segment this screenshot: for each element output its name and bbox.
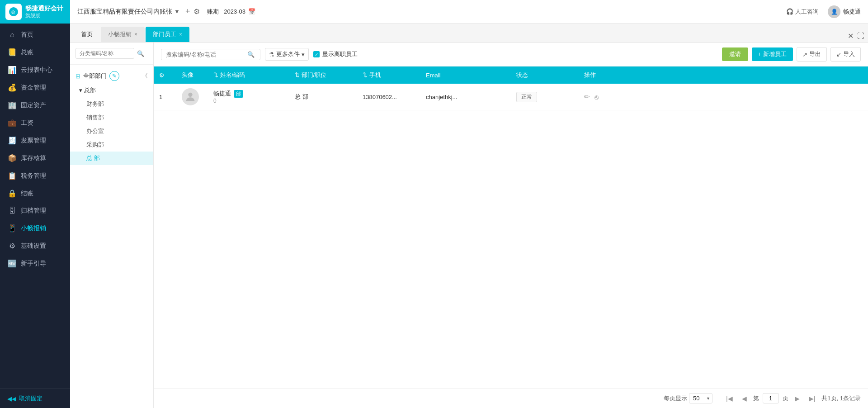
page-label-di: 第 (753, 394, 759, 403)
tab-dept-employee-label: 部门员工 (153, 30, 176, 38)
add-company-button[interactable]: + (185, 7, 190, 16)
page-size-area: 每页显示 50 100 200 (664, 393, 712, 403)
per-page-select-wrapper: 50 100 200 (689, 393, 712, 403)
sidebar-item-home[interactable]: ⌂ 首页 (0, 26, 70, 43)
dept-office[interactable]: 办公室 (70, 124, 153, 138)
user-menu[interactable]: 👤 畅捷通 (828, 5, 861, 18)
dept-all-item[interactable]: ⊞ 全部部门 ✎ 《 (70, 68, 153, 84)
tab-close-window[interactable]: ✕ (848, 32, 854, 40)
reports-icon: 📊 (7, 66, 17, 74)
tax-icon: 📋 (7, 171, 17, 180)
salary-icon: 💼 (7, 119, 17, 127)
edit-button[interactable]: ✏ (584, 93, 590, 101)
sidebar-item-fixed-assets[interactable]: 🏢 固定资产 (0, 96, 70, 114)
basic-icon: ⚙ (7, 242, 17, 250)
dept-hq[interactable]: ▾ 总部 (70, 84, 153, 97)
settings-icon[interactable]: ⚙ (193, 7, 200, 16)
period-info: 账期 2023-03 (207, 8, 245, 16)
tab-xiaochang-close[interactable]: × (134, 31, 137, 38)
sidebar-item-ledger-label: 总账 (21, 48, 33, 57)
pagination: 每页显示 50 100 200 |◀ ◀ 第 页 ▶ ▶| 共1页, 1 (154, 388, 868, 408)
main-area: 江西服宝精品有限责任公司内账张 ▼ + ⚙ 账期 2023-03 📅 🎧 人工咨… (70, 0, 868, 408)
col-email: Email (420, 66, 511, 84)
dept-purchase-label: 采购部 (86, 141, 104, 148)
page-label: 页 (783, 394, 788, 403)
col-settings[interactable]: ⚙ (154, 66, 176, 84)
dept-sales[interactable]: 销售部 (70, 111, 153, 124)
filter-button[interactable]: ⚗ 更多条件 ▾ (265, 48, 309, 61)
cell-name-code: 畅捷通 部 0 (208, 84, 289, 110)
employee-search-input[interactable] (166, 51, 247, 58)
sidebar-item-ledger[interactable]: 📒 总账 (0, 43, 70, 61)
page-input[interactable] (763, 393, 779, 403)
tab-dept-employee[interactable]: 部门员工 × (146, 27, 189, 42)
home-icon: ⌂ (7, 31, 17, 39)
sidebar-item-archive[interactable]: 🗄 归档管理 (0, 202, 70, 219)
sidebar-unpin[interactable]: ◀◀ 取消固定 (0, 389, 70, 408)
sidebar-item-basic-label: 基础设置 (21, 242, 46, 250)
first-page-button[interactable]: |◀ (723, 394, 736, 403)
sidebar-item-reports-label: 云报表中心 (21, 66, 52, 74)
dept-general[interactable]: 总 部 (70, 152, 153, 165)
dept-collapse-icon[interactable]: 《 (142, 72, 148, 80)
sidebar-item-basic[interactable]: ⚙ 基础设置 (0, 237, 70, 255)
employee-table: ⚙ 头像 ⇅ 姓名/编码 ⇅ 部门/职位 ⇅ 手机 Email 状态 操作 1 (154, 66, 868, 110)
tab-home[interactable]: 首页 (74, 27, 100, 42)
app-logo: 会 畅捷通好会计 旗舰版 (0, 0, 70, 24)
sidebar-item-inventory[interactable]: 📦 库存核算 (0, 149, 70, 167)
col-name-code[interactable]: ⇅ 姓名/编码 (208, 66, 289, 84)
sidebar-item-invoice[interactable]: 🧾 发票管理 (0, 132, 70, 149)
svg-text:会: 会 (11, 9, 15, 14)
table-row: 1 畅捷通 部 0 (154, 84, 868, 110)
add-employee-button[interactable]: + 新增员工 (752, 47, 793, 61)
sidebar-item-inventory-label: 库存核算 (21, 154, 46, 162)
dept-edit-button[interactable]: ✎ (109, 71, 119, 81)
export-button[interactable]: ↗ 导出 (797, 47, 827, 62)
next-page-button[interactable]: ▶ (792, 394, 802, 403)
logout-button[interactable]: ⎋ (594, 93, 599, 101)
dept-purchase[interactable]: 采购部 (70, 138, 153, 152)
import-button[interactable]: ↙ 导入 (830, 47, 861, 62)
employee-search-icon[interactable]: 🔍 (247, 51, 255, 58)
service-label: 人工咨询 (795, 8, 819, 16)
avatar: 👤 (828, 5, 840, 18)
period-label: 账期 (207, 8, 219, 15)
sidebar-item-tax[interactable]: 📋 税务管理 (0, 167, 70, 185)
sidebar-item-close[interactable]: 🔒 结账 (0, 185, 70, 202)
grid-icon: ⊞ (75, 73, 80, 80)
tab-dept-employee-close[interactable]: × (179, 31, 182, 38)
dept-badge: 部 (234, 90, 243, 98)
col-actions: 操作 (579, 66, 868, 84)
sidebar-item-archive-label: 归档管理 (21, 207, 46, 215)
show-resigned-checkbox[interactable]: ✓ (313, 51, 320, 57)
sidebar-item-close-label: 结账 (21, 190, 33, 198)
sidebar-item-reports[interactable]: 📊 云报表中心 (0, 61, 70, 79)
dept-finance[interactable]: 财务部 (70, 97, 153, 111)
close-acct-icon: 🔒 (7, 189, 17, 198)
employee-avatar (182, 88, 199, 105)
sidebar-item-salary[interactable]: 💼 工资 (0, 114, 70, 132)
invite-button[interactable]: 邀请 (722, 47, 748, 61)
per-page-label: 每页显示 (664, 394, 687, 403)
sidebar-item-xiaochang[interactable]: 📱 小畅报销 (0, 219, 70, 237)
sidebar-item-tax-label: 税务管理 (21, 172, 46, 180)
show-resigned-toggle[interactable]: ✓ 显示离职员工 (313, 50, 358, 58)
dept-search-input[interactable] (75, 48, 134, 59)
left-panel: 🔍 ⊞ 全部部门 ✎ 《 ▾ 总部 财务部 销售部 (70, 43, 154, 408)
calendar-icon[interactable]: 📅 (248, 8, 255, 15)
user-name: 畅捷通 (843, 8, 861, 16)
dept-search-icon[interactable]: 🔍 (137, 50, 144, 57)
prev-page-button[interactable]: ◀ (739, 394, 750, 403)
tab-xiaochang[interactable]: 小畅报销 × (101, 27, 145, 42)
col-phone[interactable]: ⇅ 手机 (357, 66, 420, 84)
last-page-button[interactable]: ▶| (806, 394, 818, 403)
tab-maximize[interactable]: ⛶ (857, 32, 864, 40)
sidebar-item-capital[interactable]: 💰 资金管理 (0, 79, 70, 96)
company-dropdown-icon[interactable]: ▼ (174, 8, 180, 15)
sidebar-item-guide[interactable]: 🆕 新手引导 (0, 255, 70, 272)
col-dept-position[interactable]: ⇅ 部门/职位 (289, 66, 357, 84)
per-page-select[interactable]: 50 100 200 (689, 393, 712, 403)
ledger-icon: 📒 (7, 48, 17, 57)
service-button[interactable]: 🎧 人工咨询 (786, 8, 819, 16)
sidebar-footer-label: 取消固定 (19, 394, 42, 403)
